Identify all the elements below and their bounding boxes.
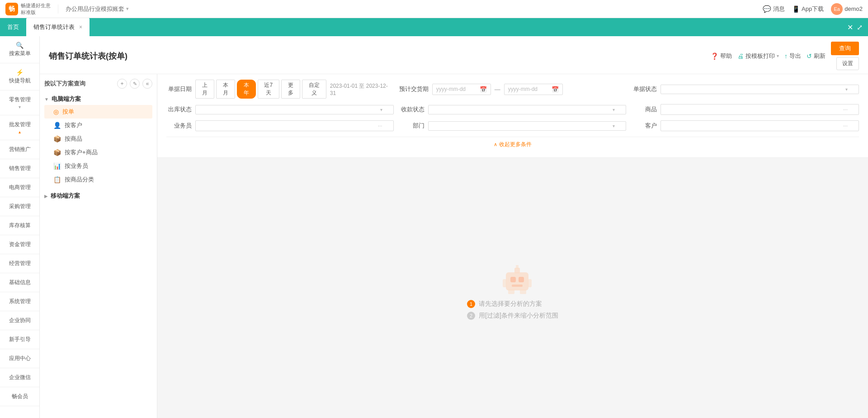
calendar-end-icon: 📅: [552, 86, 559, 93]
sidebar-item-wholesale[interactable]: 批发管理 ▴: [0, 115, 39, 140]
print-icon: 🖨: [737, 52, 744, 60]
filter-area: 单据日期 上月 本月 本年 近7天 更多 自定义 2023-01-01 至 20…: [157, 74, 868, 158]
date-btn-7days[interactable]: 近7天: [258, 80, 280, 99]
delivery-status-chevron-icon: ▾: [380, 107, 382, 112]
date-btn-more[interactable]: 更多: [281, 80, 300, 99]
salesperson-dots[interactable]: ···: [378, 123, 382, 129]
filter-department-group: 部门 ▾: [399, 121, 627, 131]
sidebar-item-finance[interactable]: 资金管理: [0, 235, 39, 254]
order-status-select[interactable]: ▾: [660, 85, 859, 94]
filter-date-group: 单据日期 上月 本月 本年 近7天 更多 自定义 2023-01-01 至 20…: [166, 80, 394, 99]
date-btn-this-month[interactable]: 本月: [216, 80, 235, 99]
collapse-panel-button[interactable]: «: [142, 79, 152, 89]
scheme-by-customer[interactable]: 👤 按客户: [44, 119, 152, 132]
sidebar-item-operations[interactable]: 经营管理: [0, 254, 39, 273]
svg-rect-2: [519, 277, 524, 282]
product-select[interactable]: ···: [660, 104, 859, 115]
date-btn-this-year[interactable]: 本年: [237, 80, 256, 99]
salesperson-select[interactable]: ···: [195, 120, 394, 131]
empty-state-tips: 1 请先选择要分析的方案 2 用[过滤]条件来缩小分析范围: [467, 300, 558, 320]
user-menu[interactable]: Ea demo2: [831, 3, 863, 15]
app-download-button[interactable]: 📱 App下载: [792, 5, 824, 13]
svg-rect-7: [528, 279, 532, 287]
sidebar-item-search[interactable]: 🔍 搜索菜单: [0, 36, 39, 63]
delivery-status-select[interactable]: ▾: [195, 105, 394, 114]
scheme-by-salesperson[interactable]: 📊 按业务员: [44, 159, 152, 173]
edit-scheme-button[interactable]: ✎: [130, 79, 140, 89]
empty-tip-2: 2 用[过滤]条件来缩小分析范围: [467, 312, 558, 320]
sidebar-item-newbie[interactable]: 新手引导: [0, 330, 39, 349]
pc-section-title: 电脑端方案: [52, 95, 81, 103]
template-print-button[interactable]: 🖨 按模板打印 ▾: [737, 52, 779, 60]
refresh-button[interactable]: ↺ 刷新: [807, 52, 826, 60]
sidebar-item-ecommerce[interactable]: 电商管理: [0, 178, 39, 197]
sidebar-item-wechat[interactable]: 企业微信: [0, 368, 39, 387]
customer-label: 客户: [632, 122, 657, 130]
sidebar-item-vip[interactable]: 畅会员: [0, 387, 39, 406]
avatar: Ea: [831, 3, 843, 15]
sidebar-item-sales[interactable]: 销售管理: [0, 159, 39, 178]
scheme-customer-product-icon: 📦: [53, 149, 61, 156]
search-icon: 🔍: [16, 42, 24, 49]
print-dropdown-arrow: ▾: [777, 53, 779, 58]
window-close-icon[interactable]: ✕: [847, 23, 853, 32]
product-dots[interactable]: ···: [843, 106, 848, 113]
date-btn-custom[interactable]: 自定义: [302, 80, 326, 99]
add-scheme-button[interactable]: +: [117, 79, 127, 89]
filter-customer-group: 客户 ···: [632, 120, 859, 131]
svg-rect-6: [503, 279, 506, 287]
sidebar-item-marketing[interactable]: 营销推广: [0, 140, 39, 159]
sidebar-item-system[interactable]: 系统管理: [0, 292, 39, 311]
sidebar-item-corp[interactable]: 企业协同: [0, 311, 39, 330]
customer-dots[interactable]: ···: [843, 123, 848, 129]
content-wrapper: 按以下方案查询 + ✎ « ▼ 电脑端方案 ◎ 按单: [40, 74, 868, 418]
mobile-scheme-section: ▶ 移动端方案: [44, 190, 152, 202]
settings-button[interactable]: 设置: [836, 57, 859, 70]
logo-area: 畅 畅捷通好生意 标准版: [5, 2, 51, 15]
date-btn-last-month[interactable]: 上月: [195, 80, 214, 99]
customer-select[interactable]: ···: [660, 120, 859, 131]
scheme-by-product-category[interactable]: 📋 按商品分类: [44, 173, 152, 186]
sidebar-item-inventory[interactable]: 库存核算: [0, 216, 39, 235]
payment-status-select[interactable]: ▾: [428, 105, 627, 114]
sidebar-item-quicknav[interactable]: ⚡ 快捷导航: [0, 63, 39, 90]
window-maximize-icon[interactable]: ⤢: [857, 23, 863, 32]
department-select[interactable]: ▾: [428, 121, 627, 131]
sidebar-item-basic[interactable]: 基础信息: [0, 273, 39, 292]
filter-row-2: 出库状态 ▾ 收款状态 ▾: [166, 104, 859, 115]
right-panel: 单据日期 上月 本月 本年 近7天 更多 自定义 2023-01-01 至 20…: [157, 74, 868, 418]
scheme-by-product[interactable]: 📦 按商品: [44, 132, 152, 146]
delivery-date-end-input[interactable]: yyyy-mm-dd 📅: [504, 84, 563, 95]
export-button[interactable]: ↑ 导出: [784, 52, 801, 60]
tab-close-icon[interactable]: ×: [79, 24, 82, 30]
svg-rect-5: [516, 265, 519, 269]
logo-text: 畅捷通好生意 标准版: [21, 2, 51, 15]
date-label: 单据日期: [166, 85, 192, 93]
scheme-customer-icon: 👤: [53, 122, 61, 129]
quicknav-icon: ⚡: [16, 69, 24, 76]
salesperson-label: 业务员: [166, 122, 192, 130]
date-buttons: 上月 本月 本年 近7天 更多 自定义: [195, 80, 326, 99]
help-button[interactable]: ❓ 帮助: [711, 52, 732, 60]
scheme-salesperson-icon: 📊: [53, 162, 61, 170]
scheme-by-order[interactable]: ◎ 按单: [44, 105, 152, 119]
tab-home[interactable]: 首页: [0, 18, 26, 36]
page-actions: ❓ 帮助 🖨 按模板打印 ▾ ↑ 导出 ↺ 刷新 查询: [711, 42, 859, 70]
top-bar-title[interactable]: 办公用品行业模拟账套 ▾: [66, 5, 129, 13]
sidebar-item-retail[interactable]: 零售管理 ▾: [0, 90, 39, 115]
message-button[interactable]: 💬 消息: [763, 5, 785, 13]
tab-bar: 首页 销售订单统计表 × ✕ ⤢: [0, 18, 868, 36]
pc-section-header[interactable]: ▼ 电脑端方案: [44, 93, 152, 105]
scheme-by-customer-product[interactable]: 📦 按客户+商品: [44, 146, 152, 159]
dropdown-icon: ▾: [126, 6, 129, 12]
sidebar-item-apps[interactable]: 应用中心: [0, 349, 39, 368]
tab-sales-order[interactable]: 销售订单统计表 ×: [26, 18, 90, 36]
delivery-date-start-input[interactable]: yyyy-mm-dd 📅: [432, 84, 491, 95]
filter-product-group: 商品 ···: [632, 104, 859, 115]
collapse-filter-bar[interactable]: ∧ 收起更多条件: [166, 137, 859, 152]
help-icon: ❓: [711, 52, 718, 60]
query-button[interactable]: 查询: [831, 42, 859, 55]
mobile-section-header[interactable]: ▶ 移动端方案: [44, 190, 152, 202]
sidebar-item-purchase[interactable]: 采购管理: [0, 197, 39, 216]
chevron-icon: ▾: [19, 104, 21, 109]
